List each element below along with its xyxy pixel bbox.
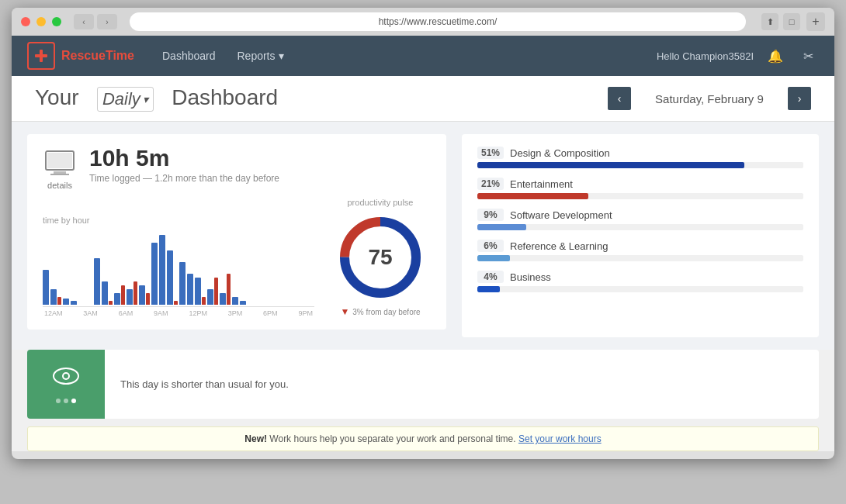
progress-bar-bg (477, 224, 803, 230)
maximize-dot[interactable] (52, 17, 61, 26)
dot-1 (56, 399, 61, 403)
bar-group (187, 274, 193, 305)
computer-icon-area[interactable]: details (43, 150, 77, 190)
notification-text: This day is shorter than usual for you. (105, 378, 304, 390)
details-link[interactable]: details (43, 181, 77, 190)
bar-blue (179, 262, 185, 305)
category-name: Reference & Learning (510, 240, 608, 252)
minimize-dot[interactable] (36, 17, 46, 26)
svg-rect-3 (47, 153, 72, 168)
tools-button[interactable]: ✂ (797, 45, 819, 67)
x-label: 9PM (298, 309, 313, 317)
reports-label: Reports (237, 50, 275, 62)
notification-dots (56, 399, 76, 403)
progress-bar-bg (477, 255, 803, 261)
share-button[interactable]: ⬆ (761, 13, 778, 30)
bar-group (240, 301, 246, 305)
new-tab-button[interactable]: + (806, 12, 825, 31)
bell-button[interactable]: 🔔 (765, 45, 786, 67)
category-header: 6% Reference & Learning (477, 240, 803, 252)
logo-text: RescueTime (61, 49, 134, 63)
progress-bar-fill (477, 162, 744, 168)
bar-blue (102, 281, 108, 305)
browser-titlebar: ‹ › https://www.rescuetime.com/ ⬆ □ + (12, 8, 834, 36)
time-subtext: Time logged — 1.2h more than the day bef… (89, 173, 279, 184)
bar-group (220, 274, 231, 305)
banner-new-label: New! (244, 433, 267, 444)
bar-group (94, 258, 100, 305)
left-panel: details 10h 5m Time logged — 1.2h more t… (27, 134, 446, 337)
bar-group (139, 285, 150, 305)
bar-group (43, 270, 49, 305)
bar-red (133, 281, 137, 305)
x-label: 12PM (189, 309, 207, 317)
svg-point-12 (64, 374, 68, 378)
category-row: 6% Reference & Learning (477, 240, 803, 261)
dot-3 (71, 399, 76, 403)
bar-group (179, 262, 185, 305)
bookmark-button[interactable]: □ (783, 13, 800, 30)
bar-group (63, 299, 69, 305)
bar-group (114, 285, 125, 305)
svg-rect-5 (50, 174, 69, 175)
progress-bar-bg (477, 162, 803, 168)
browser-window: ‹ › https://www.rescuetime.com/ ⬆ □ + (12, 8, 834, 459)
bar-group (127, 281, 137, 305)
productivity-pulse-section: productivity pulse 75 (330, 198, 431, 317)
prev-date-button[interactable]: ‹ (608, 87, 631, 110)
dashboard-header: Your Daily ▾ Dashboard ‹ Saturday, Febru… (12, 76, 834, 122)
bar-red (174, 301, 178, 305)
bar-group (50, 289, 61, 305)
bar-blue (43, 270, 49, 305)
category-header: 51% Design & Composition (477, 147, 803, 159)
next-date-button[interactable]: › (788, 87, 811, 110)
category-header: 9% Software Development (477, 209, 803, 221)
url-text: https://www.rescuetime.com/ (379, 16, 498, 27)
main-content: details 10h 5m Time logged — 1.2h more t… (12, 122, 834, 350)
notification-icon-area (27, 350, 105, 419)
time-logged: 10h 5m (89, 147, 279, 170)
bar-blue (71, 301, 77, 305)
back-button[interactable]: ‹ (74, 14, 94, 29)
pulse-change-text: 3% from day before (352, 308, 420, 316)
category-name: Entertainment (510, 178, 573, 190)
bar-red (109, 301, 113, 305)
x-label: 3PM (228, 309, 243, 317)
bar-red (57, 297, 61, 305)
nav-reports[interactable]: Reports ▾ (227, 45, 293, 67)
progress-bar-fill (477, 224, 526, 230)
bar-blue (94, 258, 100, 305)
logo-icon (27, 42, 55, 70)
bar-red (227, 274, 231, 305)
progress-bar-bg (477, 193, 803, 199)
category-name: Software Development (510, 209, 612, 221)
logo-area[interactable]: RescueTime (27, 42, 134, 70)
nav-right: Hello Champion3582I 🔔 ✂ (657, 45, 819, 67)
dashboard-title: Your Daily ▾ Dashboard (35, 85, 278, 112)
banner-link[interactable]: Set your work hours (518, 433, 602, 444)
category-pct: 4% (477, 271, 504, 283)
title-daily-dropdown[interactable]: Daily ▾ (97, 87, 154, 112)
title-dashboard: Dashboard (172, 85, 278, 109)
bar-blue (167, 250, 173, 305)
reports-arrow-icon: ▾ (279, 50, 284, 62)
forward-button[interactable]: › (97, 14, 117, 29)
bar-group (232, 297, 238, 305)
address-bar[interactable]: https://www.rescuetime.com/ (130, 12, 746, 31)
close-dot[interactable] (21, 17, 30, 26)
app-container: RescueTime Dashboard Reports ▾ Hello Cha… (12, 36, 834, 451)
progress-bar-fill (477, 286, 500, 292)
charts-area: time by hour 12AM3AM6AM9AM12PM3PM6PM9PM … (43, 198, 431, 317)
x-label: 12AM (44, 309, 63, 317)
x-label: 9AM (154, 309, 168, 317)
time-by-hour-chart: time by hour 12AM3AM6AM9AM12PM3PM6PM9PM (43, 216, 314, 317)
bar-group (71, 301, 77, 305)
category-pct: 21% (477, 178, 504, 190)
bar-blue (114, 293, 120, 305)
time-summary: details 10h 5m Time logged — 1.2h more t… (43, 147, 431, 190)
x-label: 6AM (119, 309, 133, 317)
bar-group (86, 303, 92, 305)
category-pct: 6% (477, 240, 504, 252)
svg-rect-4 (54, 171, 66, 174)
nav-dashboard[interactable]: Dashboard (153, 45, 225, 67)
